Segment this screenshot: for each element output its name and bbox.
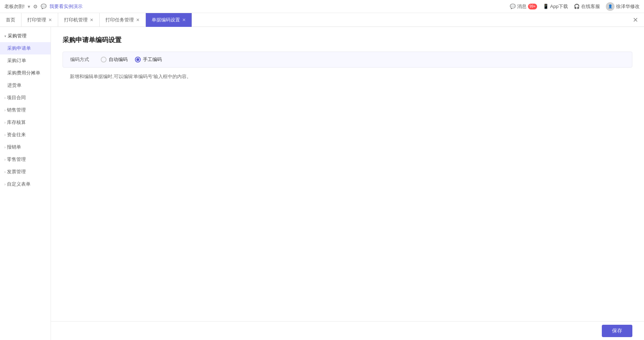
sidebar-item-purchase-request[interactable]: 采购申请单: [0, 42, 51, 54]
chevron-right-icon-7: ›: [4, 170, 5, 174]
notification-badge: 99+: [528, 4, 537, 9]
notification-button[interactable]: 💬 消息 99+: [510, 3, 537, 10]
tab-print-task-close[interactable]: ✕: [136, 17, 140, 23]
tab-printer-management[interactable]: 打印机管理 ✕: [58, 13, 100, 27]
sidebar-group-invoice[interactable]: › 发票管理: [0, 166, 51, 178]
tab-encoding-settings[interactable]: 单据编码设置 ✕: [146, 13, 192, 27]
phone-icon: 📱: [543, 4, 549, 9]
notification-label: 消息: [517, 3, 527, 10]
sidebar-item-purchase-order-label: 采购订单: [7, 58, 26, 63]
app-download-button[interactable]: 📱 App下载: [543, 3, 568, 10]
sidebar-group-retail[interactable]: › 零售管理: [0, 153, 51, 166]
encoding-label: 编码方式: [70, 56, 92, 63]
content-inner: 采购申请单编码设置 编码方式 自动编码 手工编码: [51, 27, 644, 321]
chevron-right-icon: ›: [4, 96, 5, 100]
radio-manual-circle: [135, 57, 141, 62]
online-service-button[interactable]: 🎧 在线客服: [574, 3, 600, 10]
chevron-right-icon-3: ›: [4, 121, 5, 125]
sidebar-group-retail-label: 零售管理: [7, 156, 26, 163]
radio-manual-dot: [136, 58, 139, 61]
radio-manual-label: 手工编码: [143, 56, 162, 63]
sidebar-group-project[interactable]: › 项目合同: [0, 92, 51, 104]
encoding-row: 编码方式 自动编码 手工编码: [63, 52, 632, 67]
sidebar-item-purchase-expense-label: 采购费用分摊单: [7, 70, 40, 76]
content-area: 采购申请单编码设置 编码方式 自动编码 手工编码: [51, 27, 644, 340]
top-bar-title: 老板勿割!: [4, 3, 25, 10]
sidebar-group-expense[interactable]: › 报销单: [0, 141, 51, 153]
sidebar-group-sales[interactable]: › 销售管理: [0, 104, 51, 116]
sidebar-item-purchase-order[interactable]: 采购订单: [0, 54, 51, 67]
radio-manual-encoding[interactable]: 手工编码: [135, 56, 162, 63]
sidebar-group-finance[interactable]: › 资金往来: [0, 129, 51, 141]
prompt-icon: 💬: [41, 4, 47, 9]
user-name: 徐泽华修改: [616, 3, 640, 10]
tab-print-management-label: 打印管理: [27, 17, 46, 23]
sidebar-group-custom-form-label: 自定义表单: [7, 181, 31, 187]
sidebar-group-project-label: 项目合同: [7, 94, 26, 101]
radio-auto-encoding[interactable]: 自动编码: [101, 56, 128, 63]
encoding-section: 编码方式 自动编码 手工编码: [63, 52, 632, 68]
tab-encoding-settings-close[interactable]: ✕: [182, 17, 186, 23]
sidebar-group-invoice-label: 发票管理: [7, 169, 26, 175]
chevron-down-icon: ▾: [4, 34, 6, 38]
bottom-bar: 保存: [51, 321, 644, 340]
radio-group: 自动编码 手工编码: [101, 56, 162, 63]
sidebar-group-sales-label: 销售管理: [7, 107, 26, 113]
tab-printer-management-label: 打印机管理: [64, 17, 88, 23]
online-service-label: 在线客服: [581, 3, 600, 10]
app-download-label: App下载: [550, 3, 568, 10]
avatar: 👤: [606, 2, 615, 11]
sidebar-group-inventory-label: 库存核算: [7, 119, 26, 126]
top-bar-right: 💬 消息 99+ 📱 App下载 🎧 在线客服 👤 徐泽华修改: [510, 2, 640, 11]
chevron-right-icon-2: ›: [4, 108, 5, 112]
hint-text: 新增和编辑单据编时,可以编辑'单编码号'输入框中的内容。: [63, 68, 632, 86]
tab-printer-management-close[interactable]: ✕: [90, 17, 93, 23]
tab-print-management[interactable]: 打印管理 ✕: [21, 13, 58, 27]
headset-icon: 🎧: [574, 4, 580, 9]
top-bar-left: 老板勿割! ▾ ⚙ 💬 我要看实例演示: [4, 3, 83, 10]
sidebar-group-purchase-label: 采购管理: [8, 33, 27, 39]
chevron-right-icon-5: ›: [4, 145, 5, 149]
chevron-right-icon-8: ›: [4, 182, 5, 186]
user-profile[interactable]: 👤 徐泽华修改: [606, 2, 640, 11]
sidebar: ▾ 采购管理 采购申请单 采购订单 采购费用分摊单 进货单 › 项目合同 › 销…: [0, 27, 51, 340]
radio-auto-circle: [101, 57, 107, 62]
sidebar-item-goods-receipt[interactable]: 进货单: [0, 79, 51, 92]
tab-bar-wrapper: 首页 打印管理 ✕ 打印机管理 ✕ 打印任务管理 ✕ 单据编码设置 ✕ ✕: [0, 13, 644, 27]
chevron-right-icon-4: ›: [4, 133, 5, 137]
tab-home-label: 首页: [6, 17, 15, 23]
tab-encoding-settings-label: 单据编码设置: [152, 17, 180, 23]
dropdown-icon[interactable]: ▾: [28, 4, 30, 9]
sidebar-item-purchase-request-label: 采购申请单: [7, 45, 31, 51]
global-close-button[interactable]: ✕: [627, 13, 644, 27]
gear-icon[interactable]: ⚙: [33, 4, 38, 9]
sidebar-item-purchase-expense[interactable]: 采购费用分摊单: [0, 67, 51, 79]
tab-print-task-label: 打印任务管理: [105, 17, 134, 23]
sidebar-group-inventory[interactable]: › 库存核算: [0, 116, 51, 129]
message-icon: 💬: [510, 4, 516, 9]
tab-print-task[interactable]: 打印任务管理 ✕: [100, 13, 146, 27]
sidebar-item-goods-receipt-label: 进货单: [7, 82, 21, 88]
tab-bar: 首页 打印管理 ✕ 打印机管理 ✕ 打印任务管理 ✕ 单据编码设置 ✕: [0, 13, 644, 27]
sidebar-group-expense-label: 报销单: [7, 144, 21, 150]
save-button[interactable]: 保存: [602, 325, 632, 337]
page-title: 采购申请单编码设置: [63, 36, 632, 44]
prompt-text[interactable]: 我要看实例演示: [49, 3, 83, 10]
tab-home[interactable]: 首页: [0, 13, 21, 27]
chevron-right-icon-6: ›: [4, 158, 5, 162]
main-layout: ▾ 采购管理 采购申请单 采购订单 采购费用分摊单 进货单 › 项目合同 › 销…: [0, 27, 644, 340]
sidebar-group-purchase[interactable]: ▾ 采购管理: [0, 30, 51, 42]
sidebar-group-custom-form[interactable]: › 自定义表单: [0, 178, 51, 190]
top-bar: 老板勿割! ▾ ⚙ 💬 我要看实例演示 💬 消息 99+ 📱 App下载 🎧 在…: [0, 0, 644, 13]
tab-print-management-close[interactable]: ✕: [48, 17, 52, 23]
sidebar-group-finance-label: 资金往来: [7, 131, 26, 138]
radio-auto-label: 自动编码: [109, 56, 128, 63]
